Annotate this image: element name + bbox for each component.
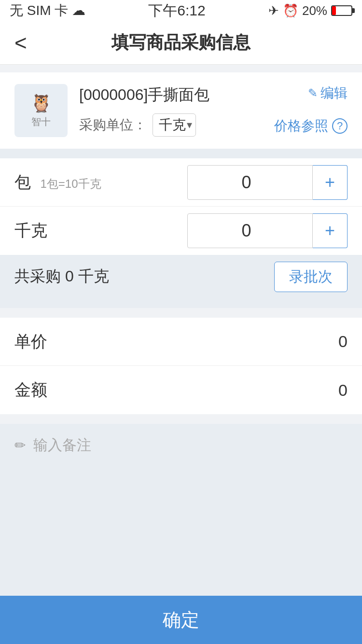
quantity-row-bag: 包 1包=10千克 + <box>0 158 362 207</box>
unit-select[interactable]: 千克 <box>153 113 196 137</box>
quantity-input-kg[interactable] <box>187 213 313 248</box>
price-label: 单价 <box>14 331 47 353</box>
price-value: 0 <box>338 332 348 351</box>
quantity-plus-kg[interactable]: + <box>313 213 348 248</box>
status-left: 无 SIM 卡 ☁ <box>10 1 85 20</box>
help-icon: ? <box>332 118 348 134</box>
battery-percent: 20% <box>302 3 327 18</box>
total-text: 共采购 0 千克 <box>14 266 109 287</box>
quantity-sublabel-bag: 1包=10千克 <box>40 177 101 190</box>
total-section: 共采购 0 千克 录批次 <box>0 255 362 298</box>
price-ref-label: 价格参照 <box>274 117 328 135</box>
quantity-label-bag: 包 1包=10千克 <box>14 171 187 194</box>
info-row-amount: 金额 0 <box>0 366 362 414</box>
remark-section[interactable]: ✏ 输入备注 <box>0 424 362 467</box>
info-section: 单价 0 金额 0 <box>0 318 362 414</box>
status-bar: 无 SIM 卡 ☁ 下午6:12 ✈ ⏰ 20% <box>0 0 362 21</box>
confirm-button[interactable]: 确定 <box>0 596 362 644</box>
quantity-input-bag[interactable] <box>187 165 313 200</box>
product-card: 🦉 智十 [0000006]手撕面包 采购单位： 千克 ✎ 编辑 价格参照 ? <box>0 72 362 149</box>
status-right: ✈ ⏰ 20% <box>268 3 352 18</box>
quantity-section: 包 1包=10千克 + 千克 + <box>0 158 362 255</box>
quantity-label-kg: 千克 <box>14 220 187 242</box>
owl-icon: 🦉 <box>30 93 52 113</box>
section-divider-2 <box>0 298 362 308</box>
quantity-input-wrapper-kg: + <box>187 213 348 248</box>
batch-button[interactable]: 录批次 <box>274 262 348 292</box>
pencil-icon: ✎ <box>308 86 318 100</box>
status-time: 下午6:12 <box>148 1 205 21</box>
total-label: 共采购 0 千克 <box>14 267 109 285</box>
edit-button[interactable]: ✎ 编辑 <box>308 84 348 102</box>
page-title: 填写商品采购信息 <box>111 31 251 55</box>
brand-text: 智十 <box>31 115 51 128</box>
quantity-plus-bag[interactable]: + <box>313 165 348 200</box>
nav-bar: < 填写商品采购信息 <box>0 21 362 65</box>
amount-value: 0 <box>338 381 348 400</box>
unit-label: 采购单位： <box>79 116 147 134</box>
price-ref-button[interactable]: 价格参照 ? <box>274 117 348 135</box>
remark-pencil-icon: ✏ <box>14 437 26 453</box>
product-name: [0000006]手撕面包 <box>79 84 348 106</box>
remark-placeholder: 输入备注 <box>33 435 91 455</box>
quantity-input-wrapper-bag: + <box>187 165 348 200</box>
battery-icon <box>331 5 352 16</box>
edit-label: 编辑 <box>320 84 348 102</box>
amount-label: 金额 <box>14 379 47 401</box>
back-button[interactable]: < <box>14 32 27 54</box>
section-divider-1 <box>0 149 362 158</box>
sim-status: 无 SIM 卡 ☁ <box>10 1 85 20</box>
unit-select-wrapper[interactable]: 千克 <box>153 113 196 137</box>
alarm-icon: ⏰ <box>283 3 298 18</box>
info-row-price: 单价 0 <box>0 318 362 366</box>
product-image: 🦉 智十 <box>14 84 68 137</box>
quantity-row-kg: 千克 + <box>0 207 362 255</box>
navigation-icon: ✈ <box>268 3 279 18</box>
